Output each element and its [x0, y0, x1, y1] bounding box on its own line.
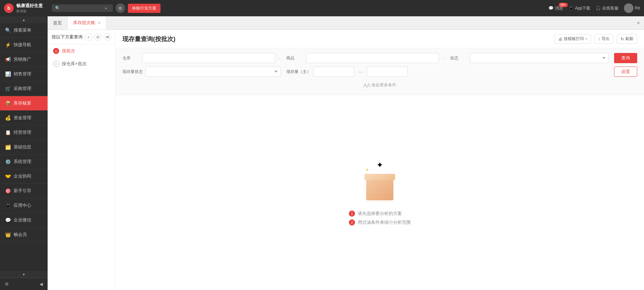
collapse-icon: ⋀⋀: [363, 83, 370, 88]
enterprise-wechat-icon: 💬: [5, 217, 11, 223]
filter-header-icons: ＋ ⊙ ≪: [85, 33, 111, 41]
product-input[interactable]: [306, 53, 439, 63]
trial-button[interactable]: 体验行业方案: [128, 4, 160, 13]
logo-icon: b: [4, 3, 14, 13]
messages-badge: 99+: [559, 3, 568, 7]
messages-item[interactable]: 💬 消息 99+: [548, 5, 563, 11]
search-bar[interactable]: 🔍 ▾: [52, 4, 113, 12]
tab-inventory-batch[interactable]: 库存批次账 ×: [68, 16, 106, 30]
sidebar-collapse-icon[interactable]: ◀: [39, 282, 43, 287]
chevron-down-icon: ▾: [105, 6, 107, 10]
filter-row-1: 仓库 ··· 商品 ··· 状态: [122, 53, 637, 63]
box-body: [366, 178, 393, 200]
sidebar-settings-icon[interactable]: ⚙: [5, 282, 9, 287]
page-title-bar: 现存量查询(按批次) 🖨 按模板打印 ▾ ↑ 导出 ↻: [116, 30, 644, 48]
page-title: 现存量查询(按批次): [122, 35, 175, 43]
status-select[interactable]: [470, 53, 609, 63]
enterprise-collab-icon: 🤝: [5, 173, 11, 179]
filter-collapse-icon[interactable]: ≪: [104, 33, 111, 41]
logo-text: 畅康通好生意 标准版: [16, 3, 43, 13]
avatar: [624, 3, 633, 13]
sidebar-item-marketing[interactable]: 📢 营销推广: [0, 52, 48, 67]
print-template-button[interactable]: 🖨 按模板打印 ▾: [555, 34, 591, 44]
sidebar-item-sales[interactable]: 📊 销售管理: [0, 67, 48, 81]
sidebar-menu: 🔍 搜索菜单 ⚡ 快捷导航 📢 营销推广 📊 销售管理 🛒 采购管理 📦: [0, 23, 48, 271]
sidebar-item-search-menu[interactable]: 🔍 搜索菜单: [0, 23, 48, 38]
inventory-status-select[interactable]: [146, 67, 281, 77]
vip-icon: 👑: [5, 232, 11, 238]
warehouse-input[interactable]: [142, 53, 275, 63]
box-lid: [365, 174, 395, 180]
user-profile[interactable]: Rit: [624, 3, 640, 13]
marketing-icon: 📢: [5, 56, 11, 62]
header-right: 💬 消息 99+ 📱 App下载 🎧 在线客服 Rit: [548, 3, 640, 13]
empty-state: ✦ ✦ 1 请先选择要分析的方案 2 用过滤条件来缩小分析范围: [116, 95, 644, 290]
status-field: 状态: [450, 53, 609, 63]
sidebar-item-finance[interactable]: 💰 资金管理: [0, 111, 48, 125]
sidebar-item-beginner-guide[interactable]: 🎯 新手引导: [0, 184, 48, 198]
sidebar-item-purchase[interactable]: 🛒 采购管理: [0, 81, 48, 96]
product-more-icon[interactable]: ···: [442, 56, 445, 60]
filter-item-batch[interactable]: ⊙ 按批次: [48, 44, 115, 57]
sidebar-item-inventory[interactable]: 📦 库存核算: [0, 96, 48, 111]
purchase-icon: 🛒: [5, 86, 11, 92]
sales-icon: 📊: [5, 71, 11, 77]
filter-form: 仓库 ··· 商品 ··· 状态: [116, 48, 644, 95]
filter-warehouse-icon: ⊙: [53, 61, 59, 67]
refresh-button[interactable]: ↻ 刷新: [617, 34, 637, 44]
filter-add-icon[interactable]: ＋: [85, 33, 92, 41]
warehouse-more-icon[interactable]: ···: [278, 56, 281, 60]
sidebar-item-quick-nav[interactable]: ⚡ 快捷导航: [0, 38, 48, 52]
settings-icon-btn[interactable]: ⚙: [116, 3, 125, 13]
logo-area: b 畅康通好生意 标准版: [4, 3, 52, 13]
filter-batch-icon: ⊙: [53, 48, 59, 54]
app-center-icon: 📱: [5, 202, 11, 209]
tab-close-main[interactable]: ×: [633, 16, 644, 30]
filter-item-warehouse-batch[interactable]: ⊙ 按仓库+批次: [48, 57, 115, 70]
search-menu-icon: 🔍: [5, 27, 11, 33]
phone-icon: 📱: [569, 6, 574, 11]
filter-sidebar: 按以下方案查询 ＋ ⊙ ≪ ⊙ 按批次 ⊙ 按仓库+批次: [48, 30, 116, 290]
empty-illustration: ✦ ✦: [358, 160, 402, 204]
tab-bar: 首页 库存批次账 × ×: [48, 16, 644, 30]
page-body: 按以下方案查询 ＋ ⊙ ≪ ⊙ 按批次 ⊙ 按仓库+批次: [48, 30, 644, 290]
filter-config-icon[interactable]: ⊙: [94, 33, 102, 41]
inventory-qty-min-input[interactable]: [313, 67, 354, 77]
sidebar-item-app-center[interactable]: 📱 应用中心: [0, 198, 48, 213]
empty-tips: 1 请先选择要分析的方案 2 用过滤条件来缩小分析范围: [349, 211, 411, 225]
query-button[interactable]: 查询: [614, 53, 637, 63]
headset-icon: 🎧: [596, 6, 601, 11]
online-service-item[interactable]: 🎧 在线客服: [596, 5, 618, 11]
title-actions: 🖨 按模板打印 ▾ ↑ 导出 ↻ 刷新: [555, 34, 637, 44]
export-button[interactable]: ↑ 导出: [594, 34, 613, 44]
sidebar-item-operations[interactable]: 📋 经营管理: [0, 125, 48, 140]
settings-button[interactable]: 设置: [614, 67, 637, 77]
print-dropdown-icon: ▾: [586, 37, 587, 41]
inventory-qty-max-input[interactable]: [367, 67, 408, 77]
sidebar-item-enterprise-collab[interactable]: 🤝 企业协同: [0, 169, 48, 184]
inventory-qty-field: 现存量（主） —: [286, 67, 445, 77]
tip-item-2: 2 用过滤条件来缩小分析范围: [349, 219, 411, 225]
finance-icon: 💰: [5, 115, 11, 121]
product-field: 商品 ···: [286, 53, 445, 63]
top-header: b 畅康通好生意 标准版 🔍 ▾ ⚙ 体验行业方案 💬 消息 99+ 📱 App…: [0, 0, 644, 16]
sidebar-item-vip-member[interactable]: 👑 畅会员: [0, 228, 48, 242]
box-star-small: ✦: [365, 167, 369, 173]
sidebar-item-basics[interactable]: 🗂️ 基础信息: [0, 140, 48, 155]
tip-item-1: 1 请先选择要分析的方案: [349, 211, 411, 217]
app-download-item[interactable]: 📱 App下载: [569, 5, 590, 11]
sidebar-item-enterprise-wechat[interactable]: 💬 企业微信: [0, 213, 48, 228]
sidebar-item-system[interactable]: ⚙️ 系统管理: [0, 155, 48, 169]
basics-icon: 🗂️: [5, 144, 11, 150]
search-input[interactable]: [62, 6, 103, 11]
beginner-icon: 🎯: [5, 188, 11, 194]
tab-home[interactable]: 首页: [48, 16, 68, 30]
collapse-more-btn[interactable]: ⋀⋀ 收起更多条件: [122, 80, 637, 90]
refresh-icon: ↻: [621, 37, 624, 41]
inventory-icon: 📦: [5, 100, 11, 106]
sidebar-bottom: ⚙ ◀: [0, 278, 48, 290]
tab-close-icon[interactable]: ×: [98, 20, 101, 25]
search-icon: 🔍: [55, 6, 60, 11]
sidebar-scroll-up[interactable]: ▲: [0, 16, 48, 23]
sidebar-scroll-down[interactable]: ▼: [0, 271, 48, 278]
